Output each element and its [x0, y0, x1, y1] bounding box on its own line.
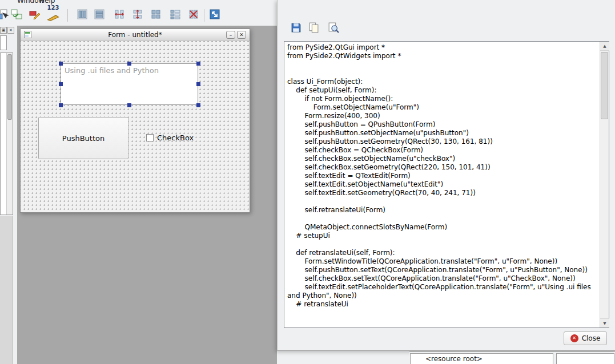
- code-view: from PySide2.QtGui import * from PySide2…: [284, 41, 609, 328]
- widgetbox-filter-input[interactable]: [0, 35, 7, 50]
- form-minimize-button[interactable]: –: [226, 31, 235, 39]
- selection-handle[interactable]: [196, 103, 200, 107]
- layout-splitter-vertical-icon: [131, 8, 144, 22]
- form-window-titlebar[interactable]: Form - untitled* – ✕: [21, 29, 250, 41]
- layout-form-icon: [169, 8, 182, 22]
- designer-form-window[interactable]: Form - untitled* – ✕ Using .ui files and…: [20, 29, 250, 213]
- left-dock-lower-panel: [0, 216, 13, 364]
- layout-grid-button[interactable]: [148, 7, 163, 22]
- widgetbox-scrollbar-thumb[interactable]: [7, 54, 12, 120]
- dock-close-button[interactable]: ✕: [7, 27, 14, 34]
- scroll-up-arrow-icon[interactable]: ▲: [600, 42, 609, 51]
- layout-splitter-vertical-button[interactable]: [130, 7, 145, 22]
- selection-handle[interactable]: [59, 82, 63, 86]
- layout-splitter-horizontal-button[interactable]: [112, 7, 127, 22]
- selection-handle[interactable]: [196, 82, 200, 86]
- layout-horizontal-button[interactable]: [75, 7, 90, 22]
- layout-vertical-icon: [93, 8, 106, 22]
- edit-buddies-icon: [29, 8, 41, 22]
- resource-browser-panel: <resource root>: [409, 351, 615, 364]
- form-close-button[interactable]: ✕: [237, 31, 246, 39]
- selection-handle[interactable]: [59, 103, 63, 107]
- code-preview-dialog: from PySide2.QtGui import * from PySide2…: [277, 0, 615, 351]
- layout-splitter-horizontal-icon: [113, 8, 126, 22]
- toolbar-separator: [204, 9, 204, 22]
- textedit-placeholder: Using .ui files and Python: [65, 66, 194, 75]
- break-layout-icon: [187, 8, 200, 22]
- resource-root-item[interactable]: <resource root>: [425, 355, 483, 363]
- close-icon: ✕: [570, 334, 578, 342]
- selection-handle[interactable]: [59, 62, 63, 66]
- pushbutton-widget[interactable]: PushButton: [38, 117, 128, 159]
- pushbutton-label: PushButton: [62, 134, 104, 143]
- selection-handle[interactable]: [196, 62, 200, 66]
- edit-signals-slots-button[interactable]: [9, 7, 24, 22]
- toolbar-separator: [67, 9, 68, 22]
- close-dialog-button[interactable]: ✕ Close: [564, 331, 607, 345]
- menu-help[interactable]: Help: [39, 0, 55, 5]
- close-icon: ✕: [9, 28, 13, 33]
- layout-vertical-button[interactable]: [92, 7, 107, 22]
- scroll-down-arrow-icon[interactable]: ▼: [600, 318, 609, 327]
- layout-form-button[interactable]: [168, 7, 183, 22]
- edit-signals-slots-icon: [10, 8, 23, 22]
- find-icon: [327, 22, 339, 35]
- dock-float-button[interactable]: ▣: [0, 27, 7, 34]
- pencil-icon: [47, 11, 59, 25]
- textedit-widget[interactable]: Using .ui files and Python: [61, 63, 198, 105]
- float-icon: ▣: [2, 28, 6, 33]
- layout-grid-icon: [150, 8, 162, 22]
- form-window-icon: [24, 31, 31, 38]
- checkbox-indicator[interactable]: [146, 134, 154, 141]
- checkbox-widget[interactable]: CheckBox: [146, 134, 194, 142]
- find-in-code-button[interactable]: [325, 21, 340, 36]
- resource-side-pane: [556, 353, 614, 364]
- save-code-button[interactable]: [288, 21, 303, 36]
- copy-icon: [308, 22, 320, 35]
- save-icon: [290, 22, 302, 35]
- close-button-label: Close: [582, 334, 601, 342]
- generated-code-text: from PySide2.QtGui import * from PySide2…: [284, 42, 600, 327]
- edit-tab-order-button[interactable]: 123: [46, 7, 61, 22]
- layout-horizontal-icon: [76, 8, 89, 22]
- edit-widgets-button[interactable]: [0, 7, 10, 22]
- selection-handle[interactable]: [127, 62, 131, 66]
- copy-code-button[interactable]: [306, 21, 321, 36]
- edit-buddies-button[interactable]: [27, 7, 42, 22]
- break-layout-button[interactable]: [186, 7, 201, 22]
- checkbox-label: CheckBox: [157, 134, 194, 142]
- tab-order-icon: 123: [47, 5, 59, 11]
- adjust-size-icon: [208, 8, 221, 22]
- selection-handle[interactable]: [127, 103, 131, 107]
- resource-tree[interactable]: <resource root>: [410, 353, 553, 364]
- code-scrollbar[interactable]: ▲ ▼: [600, 42, 609, 327]
- adjust-size-button[interactable]: [207, 7, 222, 22]
- code-scrollbar-thumb[interactable]: [601, 52, 608, 119]
- form-window-title: Form - untitled*: [108, 31, 162, 39]
- form-canvas[interactable]: Using .ui files and Python PushButton Ch…: [21, 41, 250, 212]
- edit-widgets-icon: [0, 8, 9, 22]
